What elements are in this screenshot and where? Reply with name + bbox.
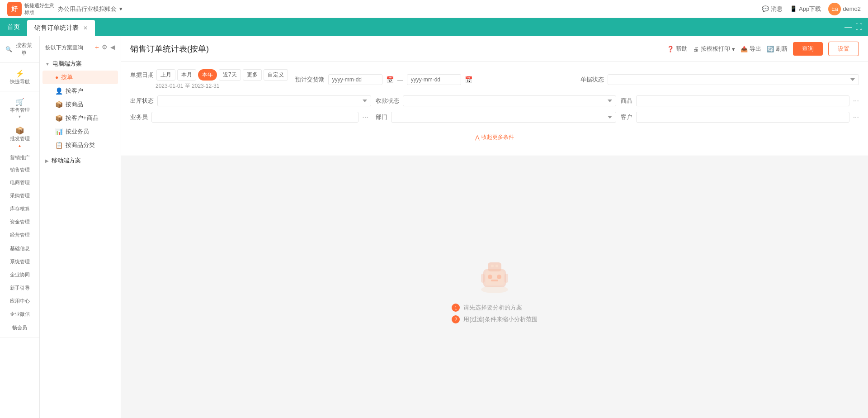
help-button[interactable]: ❓ 帮助 bbox=[667, 45, 688, 53]
payment-status-select-wrapper bbox=[403, 95, 617, 106]
sidebar-item-inventory[interactable]: 库存核算 bbox=[0, 202, 39, 215]
sidebar-item-sales[interactable]: 销售管理 bbox=[0, 164, 39, 176]
date-buttons: 上月 本月 本年 近7天 更多 自定义 bbox=[156, 69, 288, 81]
logo-text: 畅捷通好生意 标版 bbox=[24, 2, 54, 15]
query-button[interactable]: 查询 bbox=[793, 42, 823, 56]
customer-section: 客户 ··· bbox=[621, 112, 859, 123]
sidebar-item-appcenter[interactable]: 应用中心 bbox=[0, 294, 39, 308]
tab-minimize-icon[interactable]: — bbox=[844, 23, 852, 31]
tree-item-by-product[interactable]: 📦 按商品 bbox=[42, 98, 118, 111]
calendar-end-icon[interactable]: 📅 bbox=[465, 76, 472, 83]
empty-tip-1: 1 请先选择要分析的方案 bbox=[452, 304, 537, 312]
top-bar-right: 💬 消息 📱 App下载 Ea demo2 bbox=[762, 3, 861, 15]
payment-status-select[interactable] bbox=[403, 95, 617, 106]
search-menu-button[interactable]: 🔍 搜索菜单 bbox=[4, 40, 36, 59]
sidebar-item-purchase[interactable]: 采购管理 bbox=[0, 189, 39, 202]
product-input[interactable] bbox=[636, 95, 849, 106]
customer-more-icon[interactable]: ··· bbox=[853, 113, 859, 121]
sidebar-item-member[interactable]: 畅会员 bbox=[0, 321, 39, 334]
sidebar-item-base[interactable]: 基础信息 bbox=[0, 242, 39, 255]
sidebar-item-system[interactable]: 系统管理 bbox=[0, 255, 39, 268]
collapse-button[interactable]: ⋀ 收起更多条件 bbox=[472, 130, 518, 145]
sidebar-item-operation[interactable]: 经营管理 bbox=[0, 228, 39, 242]
user-menu[interactable]: Ea demo2 bbox=[828, 3, 861, 15]
svg-point-3 bbox=[488, 275, 492, 279]
last-month-btn[interactable]: 上月 bbox=[156, 69, 175, 81]
svg-rect-9 bbox=[481, 274, 485, 283]
pc-scheme-group-header[interactable]: ▼ 电脑端方案 bbox=[40, 57, 121, 71]
mobile-scheme-group-header[interactable]: ▶ 移动端方案 bbox=[40, 154, 121, 167]
department-select[interactable] bbox=[391, 112, 617, 123]
search-icon: 🔍 bbox=[5, 46, 12, 52]
refresh-icon: 🔄 bbox=[767, 46, 774, 52]
svg-point-8 bbox=[495, 265, 498, 267]
sidebar-item-wholesale[interactable]: 📦 批发管理 ▴ bbox=[0, 123, 39, 151]
product-more-icon[interactable]: ··· bbox=[853, 97, 859, 105]
tab-expand-icon[interactable]: ⛶ bbox=[855, 23, 863, 31]
empty-tips: 1 请先选择要分析的方案 2 用[过滤]条件来缩小分析范围 bbox=[452, 304, 537, 323]
custom-btn[interactable]: 自定义 bbox=[264, 69, 288, 81]
more-btn[interactable]: 更多 bbox=[243, 69, 262, 81]
order-status-select[interactable] bbox=[608, 74, 859, 85]
add-scheme-button[interactable]: + bbox=[95, 43, 99, 52]
delivery-date-section: 预计交货期 📅 — 📅 bbox=[295, 74, 574, 85]
delivery-date-start-input[interactable] bbox=[328, 74, 382, 85]
sidebar-item-ecommerce[interactable]: 电商管理 bbox=[0, 176, 39, 189]
tree-item-by-category[interactable]: 📋 按商品分类 bbox=[42, 138, 118, 152]
svg-rect-5 bbox=[491, 280, 498, 281]
tab-home[interactable]: 首页 bbox=[0, 18, 27, 36]
salesman-input[interactable] bbox=[151, 112, 359, 123]
sidebar-item-finance[interactable]: 资金管理 bbox=[0, 215, 39, 228]
sidebar-item-enterprise[interactable]: 企业协同 bbox=[0, 268, 39, 281]
sidebar-item-retail[interactable]: 🛒 零售管理 ▾ bbox=[0, 94, 39, 123]
tab-bar-actions: — ⛶ bbox=[844, 23, 868, 31]
by-customer-product-icon: 📦 bbox=[55, 114, 63, 122]
pc-scheme-group: ▼ 电脑端方案 ● 按单 👤 按客户 📦 按商品 📦 按客户+商品 bbox=[40, 57, 121, 152]
tab-close-icon[interactable]: ✕ bbox=[83, 25, 88, 31]
salesman-more-icon[interactable]: ··· bbox=[362, 113, 368, 121]
last-7-days-btn[interactable]: 近7天 bbox=[219, 69, 241, 81]
sidebar-item-quick-nav[interactable]: ⚡ 快捷导航 bbox=[0, 66, 39, 88]
this-month-btn[interactable]: 本月 bbox=[177, 69, 196, 81]
sidebar-item-guide[interactable]: 新手引导 bbox=[0, 281, 39, 294]
collapse-icon: ⋀ bbox=[475, 134, 480, 141]
department-section: 部门 ▾ bbox=[376, 112, 614, 123]
collapse-row: ⋀ 收起更多条件 bbox=[130, 126, 859, 148]
svg-point-4 bbox=[497, 275, 501, 279]
message-button[interactable]: 💬 消息 bbox=[762, 5, 783, 13]
delivery-date-end-input[interactable] bbox=[407, 74, 461, 85]
settings-button[interactable]: 设置 bbox=[828, 42, 859, 56]
by-salesman-icon: 📊 bbox=[55, 128, 63, 135]
calendar-start-icon[interactable]: 📅 bbox=[386, 76, 394, 83]
export-button[interactable]: 📤 导出 bbox=[741, 45, 761, 53]
app-download-button[interactable]: 📱 App下载 bbox=[790, 5, 821, 13]
pc-group-arrow-icon: ▼ bbox=[45, 62, 50, 66]
print-button[interactable]: 🖨 按模板打印 ▾ bbox=[693, 45, 735, 53]
settings-scheme-icon[interactable]: ⚙ bbox=[102, 43, 108, 52]
sidebar-item-wechat[interactable]: 企业微信 bbox=[0, 308, 39, 321]
customer-input[interactable] bbox=[636, 112, 849, 123]
page-actions: ❓ 帮助 🖨 按模板打印 ▾ 📤 导出 🔄 刷新 查询 设置 bbox=[667, 42, 859, 56]
page-title: 销售订单统计表(按单) bbox=[130, 43, 209, 54]
tab-bar: 首页 销售订单统计表 ✕ — ⛶ bbox=[0, 18, 868, 36]
refresh-button[interactable]: 🔄 刷新 bbox=[767, 45, 788, 53]
collapse-panel-icon[interactable]: ◀ bbox=[110, 43, 115, 52]
this-year-btn[interactable]: 本年 bbox=[198, 69, 217, 81]
date-filter-section: 单据日期 上月 本月 本年 近7天 更多 自定义 2023-01-01 至 20… bbox=[130, 69, 288, 90]
order-status-select-wrapper bbox=[608, 74, 859, 85]
print-arrow-icon: ▾ bbox=[732, 46, 735, 52]
export-icon: 📤 bbox=[741, 46, 748, 52]
tab-sales-order-stats[interactable]: 销售订单统计表 ✕ bbox=[27, 20, 95, 36]
tree-item-by-customer-product[interactable]: 📦 按客户+商品 bbox=[42, 111, 118, 125]
delivery-status-section: 出库状态 ▾ bbox=[130, 95, 368, 106]
tree-item-by-order[interactable]: ● 按单 bbox=[42, 71, 118, 84]
order-status-section: 单据状态 bbox=[580, 74, 859, 85]
main-layout: 🔍 搜索菜单 ⚡ 快捷导航 🛒 零售管理 ▾ 📦 批发管理 ▴ 营销推广 bbox=[0, 36, 868, 418]
tree-item-by-customer[interactable]: 👤 按客户 bbox=[42, 84, 118, 98]
message-icon: 💬 bbox=[762, 5, 769, 12]
sidebar-item-marketing[interactable]: 营销推广 bbox=[0, 152, 39, 164]
tree-item-by-salesman[interactable]: 📊 按业务员 bbox=[42, 125, 118, 138]
date-label: 单据日期 bbox=[130, 71, 154, 79]
mobile-scheme-group: ▶ 移动端方案 bbox=[40, 154, 121, 167]
delivery-status-select[interactable] bbox=[157, 95, 371, 106]
